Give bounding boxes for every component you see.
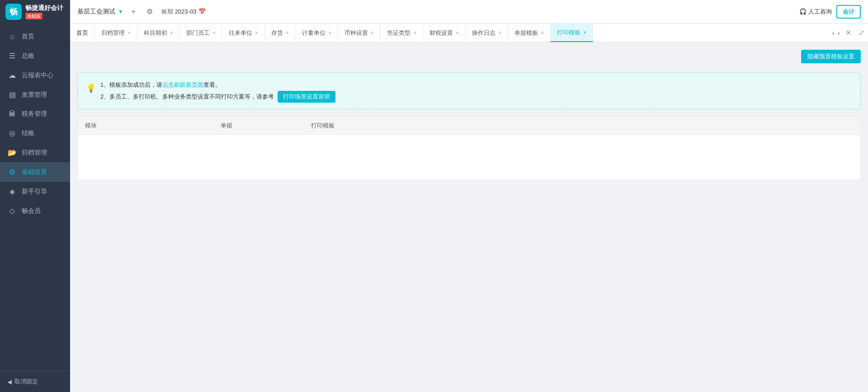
sidebar-label-ledger: 总账: [22, 52, 34, 60]
tab-voucher-close-icon[interactable]: ×: [413, 30, 416, 36]
notice-content: 1、模板添加成功后，请点击刷新新页面查看。 2、多员工、多打印机、多种业务类型设…: [100, 79, 335, 103]
tab-list: 首页 归档管理 × 科目期初 × 部门员工 × 往来单位 × 存货 ×: [70, 24, 830, 42]
tab-home[interactable]: 首页: [70, 24, 95, 42]
tab-archive-close-icon[interactable]: ×: [127, 30, 131, 36]
tab-currency-label: 币种设置: [344, 29, 368, 37]
period-label: 账期: [161, 8, 173, 16]
headset-icon: 🎧: [799, 8, 807, 15]
info-notice: 💡 1、模板添加成功后，请点击刷新新页面查看。 2、多员工、多打印机、多种业务类…: [77, 72, 861, 109]
sidebar-item-guide[interactable]: ◈ 新手引导: [0, 182, 70, 201]
settings-button[interactable]: ⚙: [143, 5, 156, 18]
tab-inventory-close-icon[interactable]: ×: [286, 30, 289, 36]
tab-dept-staff-label: 部门员工: [186, 29, 210, 37]
invoice-icon: ▤: [7, 90, 17, 99]
tab-log-close-icon[interactable]: ×: [498, 30, 501, 36]
notice-line1: 1、模板添加成功后，请点击刷新新页面查看。: [100, 79, 335, 91]
col-template-header: 打印模板: [304, 122, 860, 130]
tab-unit-close-icon[interactable]: ×: [328, 30, 331, 36]
notice-line1-suffix: 查看。: [203, 81, 221, 88]
tab-print-template[interactable]: 打印模板 ×: [551, 24, 593, 42]
tab-currency[interactable]: 币种设置 ×: [338, 24, 381, 42]
tab-expand-button[interactable]: ⤢: [855, 28, 868, 37]
tab-log-label: 操作日志: [472, 29, 495, 37]
scene-btn[interactable]: 打印场景设置宣明: [278, 91, 335, 103]
sidebar-item-basic-settings[interactable]: ⚙ 基础设置: [0, 162, 70, 182]
add-icon: +: [131, 8, 135, 16]
sidebar-item-archive[interactable]: 📂 归档管理: [0, 143, 70, 162]
tab-dept-close-icon[interactable]: ×: [212, 30, 216, 36]
tab-print-close-icon[interactable]: ×: [583, 30, 586, 35]
tab-subjects-init[interactable]: 科目期初 ×: [137, 24, 180, 42]
tab-unit-label: 计量单位: [302, 29, 326, 37]
sidebar-item-invoice[interactable]: ▤ 发票管理: [0, 85, 70, 104]
tab-prev-button[interactable]: ‹: [830, 24, 836, 42]
sidebar-label-checkout: 结账: [22, 129, 34, 137]
tab-operation-log[interactable]: 操作日志 ×: [466, 24, 508, 42]
topbar-actions: + ⚙: [127, 5, 156, 18]
notice-line1-prefix: 1、模板添加成功后，请: [100, 81, 162, 88]
tab-single-doc[interactable]: 单据模板 ×: [508, 24, 551, 42]
tab-tax-close-icon[interactable]: ×: [456, 30, 459, 36]
sidebar-item-member[interactable]: ◇ 畅会员: [0, 201, 70, 221]
tab-print-label: 打印模板: [557, 28, 580, 37]
checkout-icon: ◎: [7, 129, 17, 137]
sidebar: 畅 畅捷通好会计 旗舰版 ⌂ 首页 ☰ 总账 ☁ 云报表中心 ▤ 发票管理 🏛 …: [0, 0, 70, 392]
tab-voucher-label: 凭证类型: [387, 29, 410, 37]
guide-icon: ◈: [7, 187, 17, 196]
tab-tax-settings[interactable]: 财税设置 ×: [423, 24, 466, 42]
tab-subjects-init-label: 科目期初: [144, 29, 167, 37]
tab-unit[interactable]: 计量单位 ×: [296, 24, 338, 42]
tab-archive-mgmt[interactable]: 归档管理 ×: [95, 24, 137, 42]
sidebar-navigation: ⌂ 首页 ☰ 总账 ☁ 云报表中心 ▤ 发票管理 🏛 税务管理 ◎ 结账 📂 归…: [0, 24, 70, 371]
tab-suppliers-close-icon[interactable]: ×: [255, 30, 258, 36]
org-selector[interactable]: 基层工会测试 ▼: [77, 8, 123, 16]
sidebar-label-invoice: 发票管理: [22, 91, 47, 99]
sidebar-item-home[interactable]: ⌂ 首页: [0, 27, 70, 46]
unpin-label: 取消固定: [14, 378, 38, 386]
service-label: 人工咨询: [808, 8, 832, 16]
sidebar-item-checkout[interactable]: ◎ 结账: [0, 123, 70, 143]
hide-preview-btn[interactable]: 隐藏预置模板设置: [801, 50, 861, 63]
sidebar-item-ledger[interactable]: ☰ 总账: [0, 46, 70, 66]
tab-next-button[interactable]: ›: [836, 24, 842, 42]
tab-currency-close-icon[interactable]: ×: [371, 30, 374, 36]
sidebar-label-guide: 新手引导: [22, 188, 47, 196]
tab-singledoc-close-icon[interactable]: ×: [541, 30, 544, 36]
tax-icon: 🏛: [7, 110, 17, 118]
tab-inventory[interactable]: 存货 ×: [265, 24, 296, 42]
sidebar-item-tax[interactable]: 🏛 税务管理: [0, 104, 70, 123]
account-button[interactable]: 会计: [836, 5, 861, 19]
logo-icon: 畅: [5, 4, 22, 20]
main-area: 基层工会测试 ▼ + ⚙ 账期 2023-03 📅 🎧 人工咨询 会计: [70, 0, 868, 392]
gear-icon: ⚙: [146, 7, 153, 16]
sidebar-item-cloud-reports[interactable]: ☁ 云报表中心: [0, 66, 70, 85]
period-value: 2023-03: [175, 8, 197, 15]
tab-close-all-button[interactable]: ✕: [842, 28, 855, 37]
tab-archive-mgmt-label: 归档管理: [101, 29, 125, 37]
settings-icon: ⚙: [7, 168, 17, 176]
cloud-icon: ☁: [7, 71, 17, 80]
archive-icon: 📂: [7, 148, 17, 157]
tab-suppliers[interactable]: 往来单位 ×: [222, 24, 265, 42]
unpin-button[interactable]: ◀ 取消固定: [0, 371, 70, 392]
tab-dept-staff[interactable]: 部门员工 ×: [180, 24, 222, 42]
customer-service-button[interactable]: 🎧 人工咨询: [799, 8, 832, 16]
top-bar: 基层工会测试 ▼ + ⚙ 账期 2023-03 📅 🎧 人工咨询 会计: [70, 0, 868, 24]
tab-inventory-label: 存货: [271, 29, 283, 37]
org-name: 基层工会测试: [77, 8, 115, 16]
org-dropdown-icon: ▼: [118, 9, 123, 15]
member-icon: ◇: [7, 207, 17, 215]
home-icon: ⌂: [7, 33, 17, 41]
tab-voucher-type[interactable]: 凭证类型 ×: [381, 24, 423, 42]
content-area: 隐藏预置模板设置 💡 1、模板添加成功后，请点击刷新新页面查看。 2、多员工、多…: [70, 43, 868, 392]
notice-line1-link[interactable]: 点击刷新新页面: [162, 81, 203, 88]
notice-line2: 2、多员工、多打印机、多种业务类型设置不同打印方案等，请参考 打印场景设置宣明: [100, 91, 335, 103]
sidebar-label-cloud-reports: 云报表中心: [22, 71, 53, 80]
col-module-header: 模块: [78, 122, 213, 130]
sidebar-label-member: 畅会员: [22, 207, 41, 215]
logo-badge: 旗舰版: [25, 13, 42, 19]
sidebar-label-basic-settings: 基础设置: [22, 168, 47, 176]
calendar-icon[interactable]: 📅: [198, 8, 206, 15]
tab-subjects-close-icon[interactable]: ×: [170, 30, 173, 36]
add-org-button[interactable]: +: [127, 5, 140, 18]
